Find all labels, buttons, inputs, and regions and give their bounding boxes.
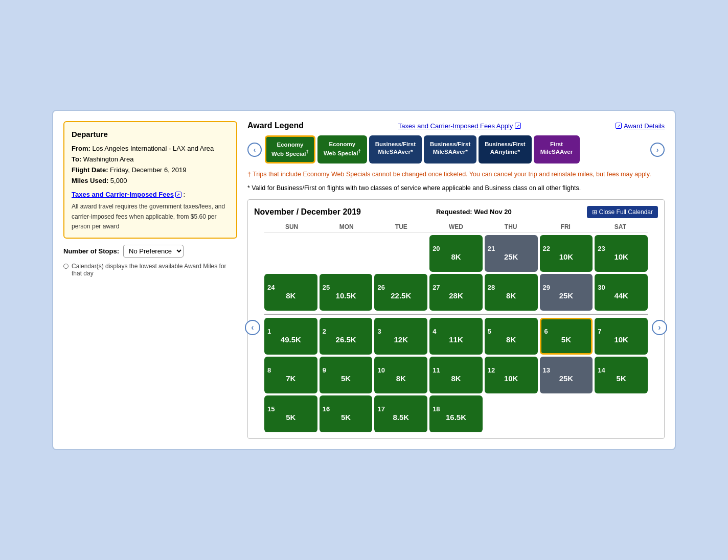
cell-date: 28	[485, 282, 498, 291]
carousel-right-button[interactable]: ›	[650, 143, 665, 157]
cell-miles: 5K	[617, 374, 626, 386]
cell-miles: 25K	[504, 252, 518, 264]
calendar-cell-15[interactable]: 155K	[264, 395, 317, 432]
to-row: To: Washington Area	[72, 154, 229, 165]
calendar-cell-29[interactable]: 2925K	[540, 274, 593, 311]
legend-title: Award Legend	[247, 121, 304, 130]
external-link-top-icon: ↗	[515, 123, 521, 129]
calendar-cell-3[interactable]: 312K	[374, 318, 427, 355]
cell-date: 22	[540, 243, 553, 252]
calendar-cell-28[interactable]: 288K	[485, 274, 538, 311]
miles-used-row: Miles Used: 5,000	[72, 176, 229, 186]
calendar-cell-empty	[485, 395, 538, 432]
calendar-cell-2[interactable]: 226.5K	[320, 318, 373, 355]
cell-miles: 5K	[341, 374, 351, 386]
day-sat: SAT	[593, 223, 648, 230]
calendar-cell-9[interactable]: 95K	[320, 357, 373, 393]
tab-business-first-milesaaver-2[interactable]: Business/FirstMileSAAver*	[424, 135, 476, 164]
from-row: From: Los Angeles International - LAX an…	[72, 144, 229, 154]
departure-title: Departure	[72, 128, 229, 141]
cell-miles: 8K	[286, 291, 295, 303]
cell-date: 1	[264, 325, 274, 335]
calendar-cell-23[interactable]: 2310K	[595, 235, 648, 272]
calendar-cell-8[interactable]: 87K	[264, 357, 317, 393]
tab-first-milesaaver[interactable]: FirstMileSAAver	[534, 135, 580, 164]
calendar-cell-6[interactable]: 65K	[540, 318, 593, 355]
calendar-cell-5[interactable]: 58K	[485, 318, 538, 355]
cell-date: 18	[429, 403, 443, 413]
cell-date: 9	[320, 364, 329, 374]
calendar-cell-4[interactable]: 411K	[429, 318, 483, 355]
calendar-container: November / December 2019 Requested: Wed …	[247, 199, 665, 439]
day-wed: WED	[428, 223, 483, 230]
left-panel: Departure From: Los Angeles Internationa…	[63, 121, 237, 438]
grid-icon: ⊞	[592, 208, 597, 216]
cell-miles: 5K	[341, 413, 351, 425]
calendar-cell-25[interactable]: 2510.5K	[320, 274, 373, 311]
stops-select[interactable]: No Preference Nonstop 1 Stop	[123, 245, 184, 258]
calendar-header: November / December 2019 Requested: Wed …	[254, 206, 658, 218]
cell-date: 14	[595, 364, 608, 374]
cell-date: 24	[264, 282, 278, 291]
departure-box: Departure From: Los Angeles Internationa…	[63, 121, 237, 239]
tab-business-first-milesaaver-1[interactable]: Business/FirstMileSAAver*	[369, 135, 422, 164]
award-details-text: Award Details	[624, 122, 665, 130]
to-label: To:	[72, 155, 83, 163]
close-calendar-button[interactable]: ⊞ Close Full Calendar	[587, 206, 658, 218]
calendar-cell-empty	[595, 395, 648, 432]
calendar-cell-22[interactable]: 2210K	[540, 235, 593, 272]
cell-miles: 8K	[506, 335, 516, 347]
cell-miles: 5K	[561, 335, 571, 347]
tab-economy-web-special-2[interactable]: EconomyWeb Special†	[317, 135, 367, 164]
cell-date: 11	[429, 364, 443, 374]
cell-date: 20	[429, 243, 443, 252]
calendar-cell-10[interactable]: 108K	[374, 357, 427, 393]
cell-miles: 7K	[286, 374, 295, 386]
calendar-cell-empty	[374, 235, 427, 272]
calendar-cell-16[interactable]: 165K	[320, 395, 373, 432]
note-asterisk: * Valid for Business/First on flights wi…	[247, 183, 665, 193]
cell-miles: 28K	[449, 291, 463, 303]
cell-miles: 10K	[559, 252, 574, 264]
cell-miles: 8K	[451, 374, 461, 386]
cell-date: 12	[485, 364, 498, 374]
calendar-cell-21[interactable]: 2125K	[485, 235, 538, 272]
calendar-days-header: SUN MON TUE WED THU FRI SAT	[264, 223, 648, 233]
calendar-cell-17[interactable]: 178.5K	[374, 395, 427, 432]
calendar-cells: 208K2125K2210K2310K248K2510.5K2622.5K272…	[264, 235, 648, 432]
calendar-grid: SUN MON TUE WED THU FRI SAT 208K2125K221…	[264, 223, 648, 432]
radio-dot-icon	[63, 264, 69, 269]
cell-miles: 25K	[559, 374, 574, 386]
calendar-nav-right-button[interactable]: ›	[652, 320, 667, 335]
calendar-cell-24[interactable]: 248K	[264, 274, 317, 311]
cell-date: 6	[541, 325, 551, 335]
note-dagger: † Trips that include Economy Web Special…	[247, 170, 665, 179]
calendar-cell-12[interactable]: 1210K	[485, 357, 538, 393]
carousel-left-button[interactable]: ‹	[247, 143, 262, 157]
calendar-cell-1[interactable]: 149.5K	[264, 318, 317, 355]
cell-date: 15	[264, 403, 278, 413]
taxes-link[interactable]: Taxes and Carrier-Imposed Fees ↗	[72, 190, 181, 200]
calendar-cell-empty	[540, 395, 593, 432]
from-label: From:	[72, 145, 92, 152]
taxes-link-top[interactable]: Taxes and Carrier-Imposed Fees Apply ↗	[398, 122, 521, 130]
cell-date: 7	[595, 325, 604, 335]
close-calendar-text: Close Full Calendar	[599, 208, 653, 216]
cell-date: 21	[485, 243, 498, 252]
cell-miles: 8K	[396, 374, 406, 386]
cell-date: 17	[374, 403, 388, 413]
miles-used-value: 5,000	[110, 177, 127, 184]
calendar-cell-18[interactable]: 1816.5K	[429, 395, 483, 432]
calendar-cell-30[interactable]: 3044K	[595, 274, 648, 311]
tab-business-first-aanytime[interactable]: Business/FirstAAnytime*	[479, 135, 531, 164]
calendar-cell-11[interactable]: 118K	[429, 357, 483, 393]
calendar-cell-7[interactable]: 710K	[595, 318, 648, 355]
calendar-cell-14[interactable]: 145K	[595, 357, 648, 393]
calendar-cell-13[interactable]: 1325K	[540, 357, 593, 393]
calendar-cell-26[interactable]: 2622.5K	[374, 274, 427, 311]
calendar-cell-20[interactable]: 208K	[429, 235, 483, 272]
award-details-link[interactable]: ↗ Award Details	[616, 122, 665, 130]
calendar-nav-left-button[interactable]: ‹	[245, 320, 260, 335]
calendar-cell-27[interactable]: 2728K	[429, 274, 483, 311]
tab-economy-web-special-1[interactable]: EconomyWeb Special†	[265, 135, 315, 164]
